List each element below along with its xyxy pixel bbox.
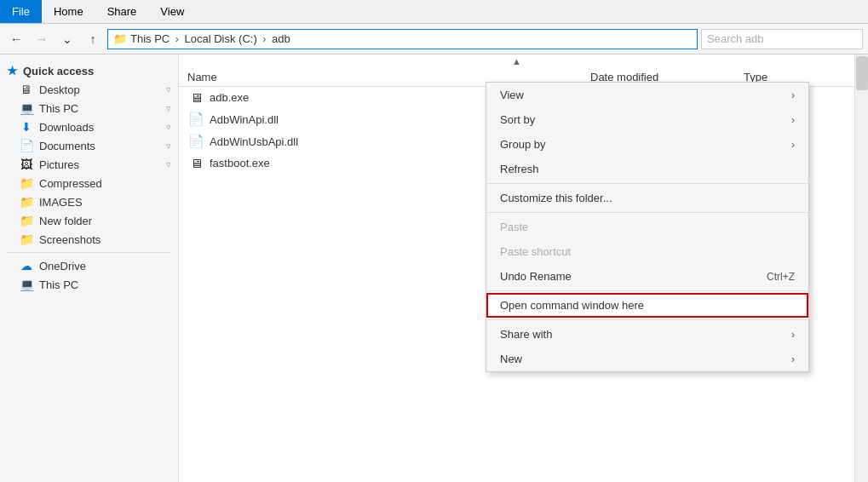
sidebar-item-label: OneDrive — [39, 260, 86, 273]
sidebar-item-label: IMAGES — [39, 196, 83, 209]
folder-icon: 📁 — [113, 32, 127, 45]
ctx-new-label: New — [500, 353, 786, 365]
submenu-arrow: › — [791, 114, 795, 126]
ctx-view[interactable]: View › — [486, 83, 808, 107]
pin-icon: ▿ — [166, 159, 171, 170]
menu-view[interactable]: View — [148, 0, 196, 23]
ctx-paste-shortcut-label: Paste shortcut — [500, 245, 795, 258]
address-bar-row: ← → ⌄ ↑ 📁 This PC › Local Disk (C:) › ad… — [0, 24, 868, 55]
sidebar-item-label: This PC — [39, 278, 78, 291]
ctx-sort-by-label: Sort by — [500, 113, 786, 126]
star-icon: ★ — [7, 64, 18, 77]
ctx-customize-folder[interactable]: Customize this folder... — [486, 186, 808, 210]
menu-file[interactable]: File — [0, 0, 42, 23]
quick-access-label: Quick access — [23, 65, 94, 77]
sidebar-item-label: Compressed — [39, 177, 102, 190]
sidebar-item-desktop[interactable]: 🖥 Desktop ▿ — [0, 80, 178, 99]
sidebar-item-images[interactable]: 📁 IMAGES — [0, 192, 178, 211]
scrollbar[interactable] — [854, 55, 868, 482]
ctx-shortcut: Ctrl+Z — [767, 271, 795, 283]
file-area: ▲ Name Date modified Type 🖥 adb.exe 📄 Ad… — [179, 55, 854, 482]
submenu-arrow: › — [791, 353, 795, 365]
ctx-separator-4 — [486, 319, 808, 320]
sidebar-item-screenshots[interactable]: 📁 Screenshots — [0, 230, 178, 249]
recent-locations-button[interactable]: ⌄ — [56, 28, 78, 50]
menu-home[interactable]: Home — [42, 0, 95, 23]
sidebar-item-label: Documents — [39, 140, 95, 152]
main-layout: ★ Quick access 🖥 Desktop ▿ 💻 This PC ▿ ⬇… — [0, 55, 868, 482]
sidebar-item-documents[interactable]: 📄 Documents ▿ — [0, 136, 178, 155]
sidebar-item-label: Downloads — [39, 121, 94, 134]
ctx-separator-1 — [486, 183, 808, 184]
pin-icon: ▿ — [166, 103, 171, 114]
up-button[interactable]: ↑ — [82, 28, 104, 50]
file-icon: 🖥 — [187, 156, 204, 170]
sidebar-item-label: Screenshots — [39, 233, 101, 246]
ctx-paste: Paste — [486, 215, 808, 239]
pin-icon: ▿ — [166, 141, 171, 152]
downloads-icon: ⬇ — [19, 120, 34, 134]
file-icon: 🖥 — [187, 90, 204, 105]
folder-compressed-icon: 📁 — [19, 176, 34, 190]
submenu-arrow: › — [791, 89, 795, 101]
scroll-thumb[interactable] — [856, 56, 868, 90]
ctx-undo-rename-label: Undo Rename — [500, 270, 767, 283]
quick-access-header[interactable]: ★ Quick access — [0, 61, 178, 80]
ctx-group-by-label: Group by — [500, 138, 786, 151]
folder-screenshots-icon: 📁 — [19, 232, 34, 246]
folder-images-icon: 📁 — [19, 195, 34, 209]
pin-icon: ▿ — [166, 122, 171, 133]
sidebar-item-compressed[interactable]: 📁 Compressed — [0, 174, 178, 192]
sidebar-item-new-folder[interactable]: 📁 New folder — [0, 211, 178, 230]
ctx-separator-3 — [486, 290, 808, 291]
sidebar-divider — [7, 252, 171, 253]
folder-new-icon: 📁 — [19, 214, 34, 227]
sidebar-item-label: Desktop — [39, 83, 80, 96]
thispc-bottom-icon: 💻 — [19, 278, 34, 291]
ctx-undo-rename[interactable]: Undo Rename Ctrl+Z — [486, 264, 808, 289]
sidebar-item-label: New folder — [39, 215, 92, 227]
ctx-group-by[interactable]: Group by › — [486, 132, 808, 157]
ctx-sort-by[interactable]: Sort by › — [486, 107, 808, 132]
ctx-open-command-window[interactable]: Open command window here — [486, 293, 808, 318]
forward-button[interactable]: → — [31, 28, 53, 50]
sidebar-item-label: This PC — [39, 102, 78, 115]
back-button[interactable]: ← — [5, 28, 27, 50]
menu-share[interactable]: Share — [95, 0, 149, 23]
sidebar-item-pictures[interactable]: 🖼 Pictures ▿ — [0, 155, 178, 174]
pin-icon: ▿ — [166, 84, 171, 95]
search-box[interactable]: Search adb — [701, 29, 863, 49]
onedrive-icon: ☁ — [19, 259, 34, 273]
ctx-share-with[interactable]: Share with › — [486, 322, 808, 347]
ctx-separator-2 — [486, 212, 808, 213]
address-box[interactable]: 📁 This PC › Local Disk (C:) › adb — [107, 29, 698, 49]
ctx-paste-shortcut: Paste shortcut — [486, 239, 808, 264]
pictures-icon: 🖼 — [19, 158, 34, 171]
ctx-refresh[interactable]: Refresh — [486, 157, 808, 181]
scroll-up-indicator[interactable]: ▲ — [179, 55, 854, 68]
sidebar-item-onedrive[interactable]: ☁ OneDrive — [0, 256, 178, 275]
breadcrumb: This PC › Local Disk (C:) › adb — [130, 32, 290, 45]
sidebar-item-thispc[interactable]: 💻 This PC ▿ — [0, 99, 178, 118]
search-placeholder: Search adb — [707, 32, 764, 45]
context-menu: View › Sort by › Group by › Refresh Cust… — [486, 82, 809, 372]
ctx-view-label: View — [500, 89, 786, 101]
submenu-arrow: › — [791, 139, 795, 151]
ctx-paste-label: Paste — [500, 221, 795, 233]
sidebar-item-downloads[interactable]: ⬇ Downloads ▿ — [0, 118, 178, 136]
menu-bar: File Home Share View — [0, 0, 868, 24]
file-icon: 📄 — [187, 112, 204, 127]
sidebar-item-label: Pictures — [39, 158, 79, 171]
submenu-arrow: › — [791, 329, 795, 341]
ctx-new[interactable]: New › — [486, 347, 808, 371]
ctx-refresh-label: Refresh — [500, 163, 795, 175]
file-icon: 📄 — [187, 134, 204, 149]
ctx-share-with-label: Share with — [500, 328, 786, 341]
ctx-customize-folder-label: Customize this folder... — [500, 192, 795, 204]
sidebar: ★ Quick access 🖥 Desktop ▿ 💻 This PC ▿ ⬇… — [0, 55, 179, 482]
sidebar-item-thispc-bottom[interactable]: 💻 This PC — [0, 275, 178, 294]
thispc-icon: 💻 — [19, 101, 34, 115]
ctx-open-command-window-label: Open command window here — [500, 299, 795, 312]
desktop-icon: 🖥 — [19, 83, 34, 96]
documents-icon: 📄 — [19, 139, 34, 152]
